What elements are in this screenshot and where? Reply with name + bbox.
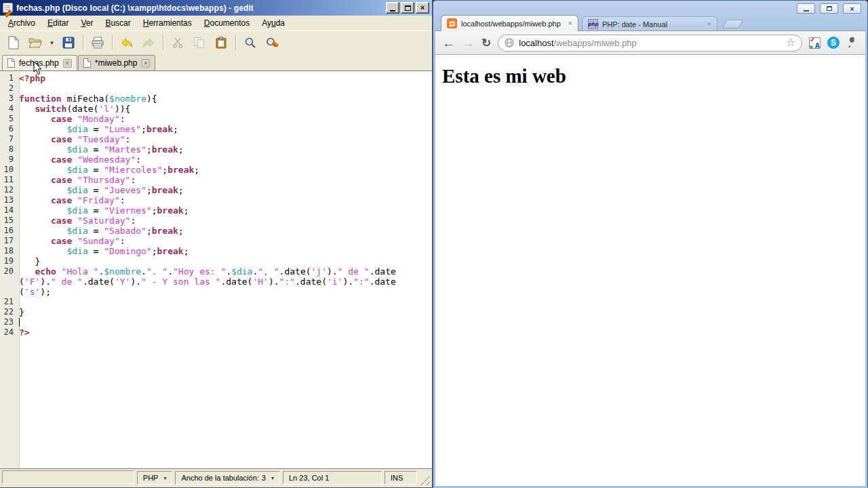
redo-icon <box>142 37 155 49</box>
tab-close-button[interactable]: × <box>141 59 150 68</box>
code-row: 10 $dia = "Miercoles";break; <box>0 165 432 175</box>
browser-tab-miweb[interactable]: localhost/webapps/miweb.php × <box>441 15 578 31</box>
php-favicon: php <box>588 19 598 29</box>
url-text: localhost/webapps/miweb.php <box>519 38 636 48</box>
search-replace-button[interactable] <box>262 33 282 52</box>
new-document-button[interactable] <box>3 33 24 52</box>
url-path: /webapps/miweb.php <box>554 38 637 48</box>
print-button[interactable] <box>87 33 108 52</box>
editor-tab-miweb[interactable]: *miweb.php × <box>78 55 156 70</box>
code-row: 21 <box>0 297 432 307</box>
open-folder-icon <box>28 37 42 49</box>
code-row: 17 case "Sunday": <box>0 236 432 246</box>
open-dropdown-button[interactable]: ▾ <box>47 33 57 52</box>
translate-extension-icon[interactable]: ✓A➤ <box>809 37 821 49</box>
save-button[interactable] <box>58 33 79 52</box>
menu-documentos[interactable]: Documentos <box>198 16 256 30</box>
browser-tab-php-manual[interactable]: php PHP: date - Manual × <box>582 16 717 31</box>
paste-button[interactable] <box>211 33 231 52</box>
chrome-maximize-button[interactable] <box>820 3 838 14</box>
menu-herramientas[interactable]: Herramientas <box>137 16 198 30</box>
code-row: 5 case "Monday": <box>0 114 432 124</box>
gedit-maximize-button[interactable] <box>401 2 414 14</box>
code-row: 18 $dia = "Domingo";break; <box>0 246 432 256</box>
search-button[interactable] <box>240 33 260 52</box>
menu-buscar[interactable]: Buscar <box>99 16 136 30</box>
search-replace-icon <box>266 37 279 49</box>
url-host: localhost <box>519 38 553 48</box>
code-row: ('F')." de ".date('Y')." - Y son las ".d… <box>0 277 432 287</box>
wrench-icon <box>846 37 859 49</box>
code-row: 20 echo "Hola ".$nombre.". "."Hoy es: ".… <box>0 266 432 277</box>
gedit-titlebar[interactable]: fechas.php (Disco local (C:) \xampp\htdo… <box>0 0 432 16</box>
skype-extension-icon[interactable]: S <box>827 37 840 49</box>
code-row: 1<?php <box>0 73 432 83</box>
code-row: 13 case "Friday": <box>0 195 432 205</box>
undo-icon <box>120 37 134 49</box>
chrome-minimize-button[interactable] <box>797 3 815 14</box>
code-row: 9 case "Wednesday": <box>0 155 432 165</box>
menu-bar: ArchivoEditarVerBuscarHerramientasDocume… <box>0 16 432 31</box>
statusbar-message-area <box>2 470 134 484</box>
chrome-titlebar[interactable]: × <box>435 3 865 14</box>
tab-width-selector[interactable]: Ancho de la tabulación: 3 ▾ <box>175 471 280 485</box>
cursor-position-indicator: Ln 23, Col 1 <box>283 471 382 485</box>
undo-button[interactable] <box>117 33 137 52</box>
reload-button[interactable]: ↻ <box>481 36 491 50</box>
code-row: 23 <box>0 317 432 327</box>
page-heading: Esta es mi web <box>442 65 865 87</box>
chrome-close-button[interactable]: × <box>843 3 861 14</box>
tab-close-button[interactable]: × <box>568 20 572 27</box>
search-icon <box>244 37 256 49</box>
minimize-icon <box>390 10 395 12</box>
wrench-menu-button[interactable] <box>846 37 859 49</box>
language-selector[interactable]: PHP ▾ <box>137 471 173 485</box>
maximize-icon <box>827 6 832 11</box>
gedit-statusbar: PHP ▾ Ancho de la tabulación: 3 ▾ Ln 23,… <box>0 469 432 487</box>
menu-ayuda[interactable]: Ayuda <box>256 16 291 30</box>
copy-button[interactable] <box>189 33 210 52</box>
tab-close-button[interactable]: × <box>63 59 72 68</box>
toolbar-separator <box>163 35 163 50</box>
tab-width-value: 3 <box>262 474 266 482</box>
chevron-down-icon: ▾ <box>50 39 54 46</box>
mouse-cursor <box>33 62 42 75</box>
new-tab-button[interactable] <box>722 20 744 28</box>
bookmark-star-icon[interactable]: ☆ <box>786 37 795 48</box>
menu-editar[interactable]: Editar <box>41 16 75 30</box>
code-row: 15 case "Saturday": <box>0 216 432 226</box>
back-button[interactable]: ← <box>442 37 455 49</box>
toolbar-separator <box>83 35 83 50</box>
gedit-tabbar: fechas.php × *miweb.php × <box>0 54 432 70</box>
code-lines: 1<?php23function miFecha($nombre){4 swit… <box>0 73 432 338</box>
redo-button[interactable] <box>138 33 159 52</box>
code-row: 19 } <box>0 256 432 266</box>
save-icon <box>62 37 75 49</box>
cut-button[interactable] <box>167 33 188 52</box>
code-row: 22} <box>0 307 432 317</box>
open-button[interactable] <box>25 33 45 52</box>
gedit-toolbar: ▾ <box>0 31 432 54</box>
menu-ver[interactable]: Ver <box>75 16 99 30</box>
print-icon <box>91 37 104 49</box>
code-row: 12 $dia = "Jueves";break; <box>0 185 432 195</box>
gedit-minimize-button[interactable] <box>386 2 399 14</box>
browser-tab-title: PHP: date - Manual <box>602 20 703 28</box>
gedit-window-title: fechas.php (Disco local (C:) \xampp\htdo… <box>16 3 382 13</box>
minimize-icon <box>804 10 809 12</box>
toolbar-separator <box>235 35 236 50</box>
gedit-app-icon <box>3 3 13 13</box>
menu-archivo[interactable]: Archivo <box>2 16 41 30</box>
address-bar[interactable]: localhost/webapps/miweb.php ☆ <box>498 35 802 52</box>
xampp-favicon <box>447 18 457 28</box>
chevron-down-icon: ▾ <box>163 475 166 481</box>
forward-button[interactable]: → <box>462 37 475 49</box>
browser-viewport[interactable]: Esta es mi web <box>435 55 865 486</box>
tab-close-button[interactable]: × <box>707 20 711 28</box>
new-document-icon <box>7 36 20 49</box>
editor-text-area[interactable]: 1<?php23function miFecha($nombre){4 swit… <box>0 70 432 469</box>
browser-tab-title: localhost/webapps/miweb.php <box>461 20 564 28</box>
resize-grip[interactable] <box>420 476 430 485</box>
copy-icon <box>193 37 205 49</box>
gedit-close-button[interactable]: × <box>416 2 429 14</box>
